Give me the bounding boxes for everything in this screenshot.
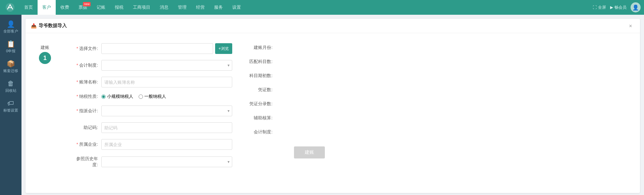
step-circle: 1 bbox=[39, 52, 51, 64]
accounting-system-row: 会计制度: bbox=[71, 60, 232, 71]
close-button[interactable]: × bbox=[627, 22, 635, 30]
sidebar-label-zero-declare: 0申报 bbox=[6, 49, 15, 54]
memo-label: 助记码: bbox=[71, 125, 101, 131]
sidebar-label-recycle: 回收站 bbox=[5, 88, 16, 93]
voucher-label: 凭证数: bbox=[246, 87, 276, 93]
fullscreen-icon: ⛶ bbox=[593, 5, 597, 10]
fullscreen-button[interactable]: ⛶ 全屏 bbox=[593, 5, 606, 10]
accountant-select[interactable] bbox=[101, 106, 232, 116]
file-input[interactable] bbox=[101, 43, 213, 54]
sidebar-item-zero-declare[interactable]: 📋 0申报 bbox=[0, 37, 21, 57]
nav-item-home[interactable]: 首页 bbox=[19, 0, 38, 15]
nav-item-biz[interactable]: 工商项目 bbox=[128, 0, 155, 15]
sidebar-item-tags[interactable]: 🏷 标签设置 bbox=[0, 96, 21, 116]
auxiliary-row: 辅助核算: bbox=[246, 115, 373, 121]
form-left: 选择文件: +浏览 会计制度: bbox=[71, 43, 232, 174]
match-label: 匹配科目数: bbox=[246, 59, 276, 65]
ledger-name-label: 账簿名称: bbox=[71, 79, 101, 85]
nav-item-settings[interactable]: 设置 bbox=[228, 0, 246, 15]
import-card: 📥 导爷数据导入 × 建账 1 选择文件: +浏览 bbox=[26, 19, 640, 193]
nav-item-tax[interactable]: 报税 bbox=[110, 0, 128, 15]
company-row: 所属企业: bbox=[71, 139, 232, 150]
zero-declare-icon: 📋 bbox=[7, 41, 15, 47]
card-title: 导爷数据导入 bbox=[39, 23, 67, 29]
form-right: 建账月份: 匹配科目数: 科目期初数: 凭证数: bbox=[246, 43, 373, 174]
voucher-count-label: 凭证分录数: bbox=[246, 101, 276, 107]
nav-right: ⛶ 全屏 ▶ 畅会员 👤 bbox=[593, 2, 641, 12]
tax-type-label: 纳税性质: bbox=[71, 93, 101, 100]
system-label: 会计制度: bbox=[246, 129, 276, 135]
step-label: 建账 bbox=[41, 45, 49, 51]
nav-item-client[interactable]: 客户 bbox=[38, 0, 56, 15]
sidebar-item-all-clients[interactable]: 👤 全部客户 bbox=[0, 17, 21, 37]
accountant-select-wrap bbox=[101, 106, 232, 116]
nav-item-manage[interactable]: 管理 bbox=[173, 0, 191, 15]
small-taxpayer-option[interactable]: 小规模纳税人 bbox=[101, 93, 133, 100]
file-label: 选择文件: bbox=[71, 46, 101, 52]
avatar[interactable]: 👤 bbox=[631, 2, 641, 12]
memo-input[interactable] bbox=[101, 122, 232, 133]
recycle-icon: 🗑 bbox=[7, 80, 14, 87]
vip-icon: ▶ bbox=[610, 5, 613, 10]
layout: 👤 全部客户 📋 0申报 📦 账套迁移 🗑 回收站 🏷 标签设置 📥 导爷数据导… bbox=[0, 15, 644, 195]
browse-button[interactable]: +浏览 bbox=[215, 43, 232, 54]
step-indicator: 建账 1 bbox=[39, 43, 51, 174]
vip-button[interactable]: ▶ 畅会员 bbox=[610, 5, 627, 10]
sidebar-item-migrate[interactable]: 📦 账套迁移 bbox=[0, 57, 21, 77]
history-year-row: 参照历史年度: bbox=[71, 156, 232, 168]
voucher-row: 凭证数: bbox=[246, 87, 373, 93]
match-row: 匹配科目数: bbox=[246, 59, 373, 65]
card-header: 📥 导爷数据导入 × bbox=[26, 19, 640, 33]
sidebar-item-recycle[interactable]: 🗑 回收站 bbox=[0, 77, 21, 96]
history-year-select[interactable] bbox=[101, 156, 232, 167]
nav-item-fee[interactable]: 收费 bbox=[56, 0, 74, 15]
accounting-system-select[interactable] bbox=[101, 60, 232, 71]
sidebar-label-all-clients: 全部客户 bbox=[3, 29, 18, 34]
create-btn-wrap: 建账 bbox=[246, 143, 373, 158]
accounting-system-label: 会计制度: bbox=[71, 62, 101, 68]
tax-type-radios: 小规模纳税人 一般纳税人 bbox=[101, 93, 232, 100]
sidebar: 👤 全部客户 📋 0申报 📦 账套迁移 🗑 回收站 🏷 标签设置 bbox=[0, 15, 21, 195]
nav-items: 首页 客户 收费 票据 new 记账 报税 工商项目 消息 管理 经营 服务 设… bbox=[19, 0, 593, 15]
create-button[interactable]: 建账 bbox=[294, 146, 325, 158]
initial-label: 科目期初数: bbox=[246, 73, 276, 79]
general-taxpayer-label: 一般纳税人 bbox=[144, 93, 166, 100]
accountant-label: 指派会计: bbox=[71, 108, 101, 114]
sidebar-label-tags: 标签设置 bbox=[3, 108, 18, 113]
nav-item-service[interactable]: 服务 bbox=[209, 0, 228, 15]
new-badge: new bbox=[83, 2, 91, 6]
tax-type-row: 纳税性质: 小规模纳税人 一般纳税人 bbox=[71, 93, 232, 100]
month-label: 建账月份: bbox=[246, 45, 276, 51]
migrate-icon: 📦 bbox=[7, 60, 15, 67]
nav-item-operation[interactable]: 经营 bbox=[191, 0, 209, 15]
history-year-select-wrap bbox=[101, 156, 232, 167]
company-input[interactable] bbox=[101, 139, 232, 150]
history-year-label: 参照历史年度: bbox=[71, 156, 101, 168]
small-taxpayer-radio[interactable] bbox=[101, 94, 106, 99]
logo bbox=[3, 1, 17, 14]
voucher-count-row: 凭证分录数: bbox=[246, 101, 373, 107]
memo-row: 助记码: bbox=[71, 122, 232, 133]
company-label: 所属企业: bbox=[71, 141, 101, 147]
accountant-row: 指派会计: bbox=[71, 106, 232, 116]
nav-item-message[interactable]: 消息 bbox=[155, 0, 173, 15]
all-clients-icon: 👤 bbox=[7, 21, 15, 27]
tags-icon: 🏷 bbox=[7, 100, 14, 107]
form-body: 建账 1 选择文件: +浏览 会计制度: bbox=[26, 33, 640, 184]
file-row: 选择文件: +浏览 bbox=[71, 43, 232, 54]
import-icon: 📥 bbox=[31, 23, 37, 28]
month-row: 建账月份: bbox=[246, 45, 373, 51]
main-content: 📥 导爷数据导入 × 建账 1 选择文件: +浏览 bbox=[21, 15, 644, 195]
accounting-system-select-wrap bbox=[101, 60, 232, 71]
sidebar-label-migrate: 账套迁移 bbox=[3, 68, 18, 73]
small-taxpayer-label: 小规模纳税人 bbox=[107, 93, 133, 100]
ledger-name-input[interactable] bbox=[101, 77, 232, 87]
file-input-group: +浏览 bbox=[101, 43, 232, 54]
system-row: 会计制度: bbox=[246, 129, 373, 135]
general-taxpayer-option[interactable]: 一般纳税人 bbox=[139, 93, 166, 100]
nav-item-bookkeeping[interactable]: 记账 bbox=[92, 0, 110, 15]
avatar-icon: 👤 bbox=[632, 4, 639, 11]
nav-item-invoice[interactable]: 票据 new bbox=[74, 0, 92, 15]
general-taxpayer-radio[interactable] bbox=[139, 94, 143, 99]
form-right-inner: 建账月份: 匹配科目数: 科目期初数: 凭证数: bbox=[246, 43, 373, 158]
